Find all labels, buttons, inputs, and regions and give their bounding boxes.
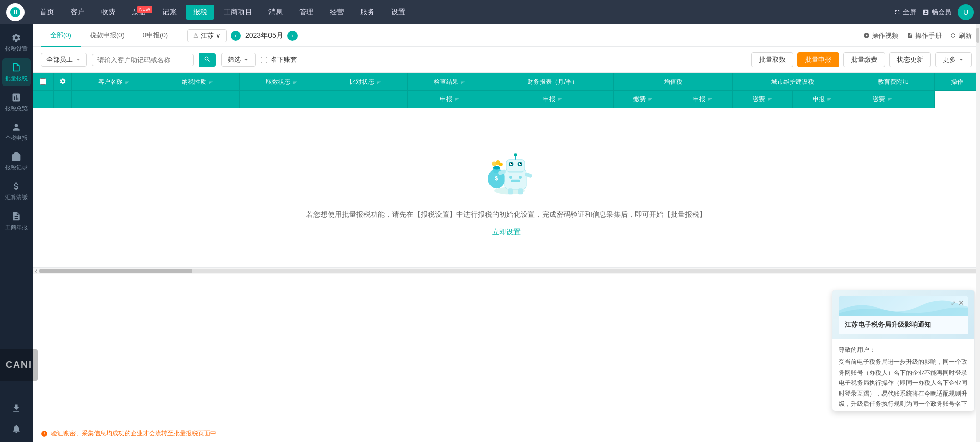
sub-accounts-checkbox[interactable]: 名下账套 <box>261 55 297 64</box>
current-month: 2023年05月 <box>245 31 283 40</box>
scroll-track[interactable] <box>39 269 978 273</box>
member-button[interactable]: 畅会员 <box>922 8 951 17</box>
select-all-checkbox[interactable] <box>40 78 46 85</box>
prev-month-button[interactable]: ‹ <box>231 31 241 41</box>
operation-manual-link[interactable]: 操作手册 <box>906 31 942 40</box>
sidebar-item-settings[interactable] <box>2 420 31 438</box>
th-city-pay: 缴费 <box>733 91 793 108</box>
sidebar-label-tax-overview: 报税总览 <box>5 105 28 112</box>
svg-point-23 <box>509 176 512 179</box>
top-nav-right: 全屏 畅会员 U <box>894 4 974 20</box>
th-city-declare: 申报 <box>673 91 733 108</box>
tabs-right-actions: 操作视频 操作手册 刷新 <box>863 31 972 40</box>
svg-point-18 <box>514 153 517 156</box>
th-education-surcharge: 教育费附加 <box>852 73 935 91</box>
svg-rect-21 <box>508 188 513 194</box>
filter-button[interactable]: 筛选 <box>221 53 256 67</box>
svg-rect-8 <box>505 169 526 189</box>
nav-services[interactable]: 服务 <box>353 5 382 20</box>
cani-watermark: CANI <box>0 349 38 381</box>
bottom-scrollbar[interactable]: ‹ <box>33 267 980 274</box>
nav-customer[interactable]: 客户 <box>63 5 92 20</box>
sidebar-item-batch-tax[interactable]: 批量报税 <box>2 58 31 86</box>
nav-management[interactable]: 管理 <box>292 5 321 20</box>
sidebar-item-settlement[interactable]: 汇算清缴 <box>2 177 31 205</box>
th-customer-name: 客户名称 <box>72 73 156 91</box>
svg-rect-22 <box>518 188 523 194</box>
nav-tax[interactable]: 报税 <box>186 5 214 20</box>
th-actions: 操作 <box>934 73 979 91</box>
sidebar-item-tax-records[interactable]: 报税记录 <box>2 148 31 175</box>
refresh-button[interactable]: 刷新 <box>950 31 972 40</box>
tab-tax-declare[interactable]: 税款申报(0) <box>81 24 134 47</box>
more-button[interactable]: 更多 <box>935 52 972 67</box>
notification-greeting: 尊敬的用户： <box>839 345 968 355</box>
th-edu-declare: 申报 <box>793 91 852 108</box>
sidebar-item-tax-overview[interactable]: 报税总览 <box>2 88 31 116</box>
search-field-container <box>92 54 194 66</box>
nav-messages[interactable]: 消息 <box>261 5 290 20</box>
th-vat-pay: 缴费 <box>614 91 673 108</box>
nav-settings[interactable]: 设置 <box>384 5 412 20</box>
th-checkbox[interactable] <box>33 73 54 91</box>
invoice-badge: NEW <box>137 6 152 13</box>
search-button[interactable] <box>199 53 216 67</box>
notification-expand-icon[interactable]: ⤢ <box>951 300 956 307</box>
empty-state: $ <box>33 108 980 267</box>
th-edu-pay: 缴费 <box>852 91 913 108</box>
robot-illustration: $ <box>476 139 537 200</box>
top-navigation: 首页 客户 收费 票据 NEW 记账 报税 工商项目 消息 管理 经营 服务 设… <box>0 0 980 24</box>
sidebar-label-personal-tax: 个税申报 <box>5 134 28 141</box>
toolbar-right: 批量取数 批量申报 批量缴费 状态更新 更多 <box>751 52 972 67</box>
nav-home[interactable]: 首页 <box>33 5 61 20</box>
sidebar-label-settlement: 汇算清缴 <box>5 193 28 201</box>
scroll-thumb[interactable] <box>39 269 192 273</box>
notification-body: 尊敬的用户： 受当前电子税务局进一步升级的影响，同一个政务网账号（办税人）名下的… <box>832 339 974 411</box>
nav-bookkeeping[interactable]: 记账 <box>155 5 184 20</box>
th-tax-nature: 纳税性质 <box>156 73 240 91</box>
tabs-bar: 全部(0) 税款申报(0) 0申报(0) ♙ 江苏 ∨ ‹ 2023年05月 › <box>33 24 980 47</box>
tax-table: 客户名称 纳税性质 取数状态 <box>33 73 980 267</box>
sidebar-item-annual-report[interactable]: 工商年报 <box>2 207 31 235</box>
batch-fetch-button[interactable]: 批量取数 <box>751 52 793 67</box>
operation-video-link[interactable]: 操作视频 <box>863 31 898 40</box>
status-update-button[interactable]: 状态更新 <box>889 52 931 67</box>
svg-rect-25 <box>511 180 520 182</box>
sidebar-item-personal-tax[interactable]: 个税申报 <box>2 118 31 145</box>
notification-close-button[interactable]: ✕ <box>958 299 964 307</box>
svg-point-6 <box>499 163 503 166</box>
employee-selector[interactable]: 全部员工 <box>41 53 87 67</box>
nav-invoice[interactable]: 票据 NEW <box>125 5 153 20</box>
next-month-button[interactable]: › <box>287 31 298 41</box>
app-logo[interactable] <box>6 3 24 21</box>
setup-link[interactable]: 立即设置 <box>492 228 521 237</box>
notification-title: 江苏电子税务局升级影响通知 <box>845 320 962 329</box>
sidebar-label-tax-records: 报税记录 <box>5 164 28 171</box>
sidebar-item-download[interactable] <box>2 399 31 418</box>
scroll-left-button[interactable]: ‹ <box>35 266 37 276</box>
region-selector[interactable]: ♙ 江苏 ∨ <box>187 29 227 42</box>
notification-popup: ⤢ ✕ 江苏电子税务局升级影响通知 尊敬的用户： 受当前电子税务局进一步升级的影… <box>832 290 975 411</box>
th-gear[interactable] <box>54 73 72 91</box>
sidebar-item-tax-settings[interactable]: 报税设置 <box>2 29 31 56</box>
batch-pay-button[interactable]: 批量缴费 <box>843 52 885 67</box>
user-avatar[interactable]: U <box>958 4 974 20</box>
right-scrollbar[interactable] <box>976 24 980 442</box>
nav-billing[interactable]: 收费 <box>94 5 122 20</box>
right-scrollbar-thumb[interactable] <box>976 28 979 43</box>
nav-operations[interactable]: 经营 <box>323 5 351 20</box>
batch-declare-button[interactable]: 批量申报 <box>797 52 839 67</box>
search-input[interactable] <box>97 56 188 64</box>
th-financial-declare: 申报 <box>408 91 492 108</box>
sub-accounts-check[interactable] <box>261 57 267 63</box>
sidebar-label-batch-tax: 批量报税 <box>5 75 28 82</box>
empty-message: 若您想使用批量报税功能，请先在【报税设置】中进行报税的初始化设置，完成密码验证和… <box>306 210 706 219</box>
svg-point-15 <box>511 163 512 164</box>
nav-business[interactable]: 工商项目 <box>216 5 259 20</box>
svg-point-24 <box>519 176 522 179</box>
sidebar-label-annual-report: 工商年报 <box>5 224 28 231</box>
tab-all[interactable]: 全部(0) <box>41 24 81 47</box>
tab-zero-declare[interactable]: 0申报(0) <box>134 24 177 47</box>
sidebar-bottom <box>2 399 31 438</box>
fullscreen-button[interactable]: 全屏 <box>894 8 916 17</box>
